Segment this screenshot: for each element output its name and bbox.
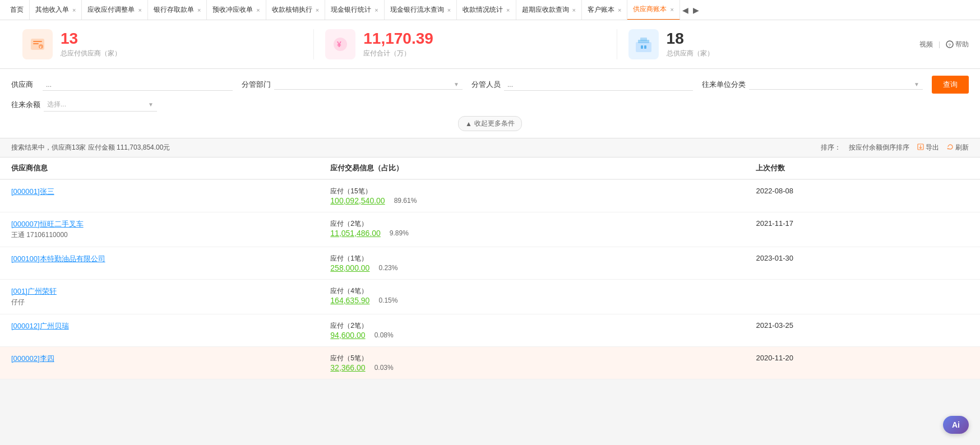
result-summary: 搜索结果中，供应商13家 应付金额 111,703,854.00元 xyxy=(11,143,170,152)
transaction-info-cell: 应付（1笔） 258,000.00 0.23% xyxy=(330,254,756,272)
filter-row-1: 供应商 分管部门 ▼ 分管人员 往来单位分类 ▼ 查询 xyxy=(11,76,969,94)
supplier-name-link[interactable]: [001]广州荣轩 xyxy=(11,286,330,296)
tx-percent: 9.89% xyxy=(390,229,409,237)
close-icon[interactable]: × xyxy=(138,7,141,13)
nav-tab-cash-flow[interactable]: 现金银行流水查询 × xyxy=(385,0,457,20)
chevron-up-icon: ▲ xyxy=(465,120,472,128)
supplier-info-cell: [000012]广州贝瑞 xyxy=(11,321,330,331)
table-row: [001]广州荣轩 仔仔 应付（4笔） 164,635.90 0.15% xyxy=(0,280,980,314)
chevron-down-icon: ▼ xyxy=(148,101,154,108)
supplier-name-link[interactable]: [000100]本特勤油品有限公司 xyxy=(11,254,330,264)
close-icon[interactable]: × xyxy=(447,7,451,13)
summary-bar: ¥ 13 总应付供应商（家） ¥ 11,170.39 应付合计（万） xyxy=(0,20,980,69)
category-label: 往来单位分类 xyxy=(702,80,746,90)
transaction-info-cell: 应付（2笔） 94,600.00 0.08% xyxy=(330,321,756,340)
nav-tab-bank[interactable]: 银行存取款单 × xyxy=(148,0,207,20)
tx-amount-link[interactable]: 164,635.90 xyxy=(330,296,369,305)
close-icon[interactable]: × xyxy=(256,7,260,13)
tx-percent: 0.23% xyxy=(378,264,397,272)
nav-tab-collection[interactable]: 收款核销执行 × xyxy=(266,0,325,20)
supplier-info-cell: [001]广州荣轩 仔仔 xyxy=(11,286,330,307)
tx-amount-link[interactable]: 258,000.00 xyxy=(330,263,369,272)
chevron-down-icon: ▼ xyxy=(914,81,919,87)
supplier-info-cell: [000007]恒旺二手叉车 王通 17106110000 xyxy=(11,219,330,240)
filter-supplier: 供应商 xyxy=(11,79,233,91)
video-link[interactable]: 视频 xyxy=(919,40,933,49)
category-select[interactable]: ▼ xyxy=(749,80,923,90)
header-transaction: 应付交易信息（占比） xyxy=(330,163,756,173)
nav-tab-label: 预收冲应收单 xyxy=(212,5,253,15)
close-icon[interactable]: × xyxy=(72,7,76,13)
nav-tab-cash-stats[interactable]: 现金银行统计 × xyxy=(325,0,384,20)
nav-tab-label: 超期应收款查询 xyxy=(522,5,569,15)
tx-label: 应付（5笔） xyxy=(330,354,756,363)
supplier-name-link[interactable]: [000007]恒旺二手叉车 xyxy=(11,219,330,229)
nav-tab-home[interactable]: 首页 xyxy=(4,0,30,20)
summary-card-payable-suppliers: ¥ 13 总应付供应商（家） xyxy=(11,29,314,59)
nav-tab-overdue[interactable]: 超期应收款查询 × xyxy=(516,0,582,20)
nav-tab-customer-ledger[interactable]: 客户账本 × xyxy=(582,0,627,20)
tx-label: 应付（1笔） xyxy=(330,254,756,263)
summary-card-payable-total: ¥ 11,170.39 应付合计（万） xyxy=(314,29,617,59)
nav-tab-label: 客户账本 xyxy=(588,5,614,15)
tx-percent: 0.08% xyxy=(375,331,394,339)
nav-prev-arrow[interactable]: ◀ xyxy=(680,6,691,15)
transaction-info-cell: 应付（4笔） 164,635.90 0.15% xyxy=(330,286,756,305)
refresh-button[interactable]: 刷新 xyxy=(947,143,969,152)
link-separator: | xyxy=(939,40,940,48)
nav-tab-label: 供应商账本 xyxy=(633,4,667,14)
transaction-info-cell: 应付（2笔） 11,051,486.00 9.89% xyxy=(330,219,756,238)
chevron-down-icon: ▼ xyxy=(454,81,459,87)
tx-amount-link[interactable]: 11,051,486.00 xyxy=(330,229,381,238)
close-icon[interactable]: × xyxy=(375,7,378,13)
nav-tab-label: 收款核销执行 xyxy=(272,5,312,15)
payable-total-text: 11,170.39 应付合计（万） xyxy=(363,30,433,58)
payable-total-label: 应付合计（万） xyxy=(363,49,433,58)
nav-tab-supplier-ledger[interactable]: 供应商账本 × xyxy=(627,0,679,20)
nav-tab-label: 现金银行统计 xyxy=(331,5,371,15)
balance-select[interactable]: 选择... ▼ xyxy=(44,98,157,112)
svg-rect-10 xyxy=(641,45,643,49)
filter-balance: 往来余额 选择... ▼ xyxy=(11,98,157,112)
svg-rect-7 xyxy=(636,42,651,52)
supplier-name-link[interactable]: [000002]李四 xyxy=(11,354,330,364)
last-pay-cell: 2021-11-17 xyxy=(756,219,969,228)
nav-tab-collection-stats[interactable]: 收款情况统计 × xyxy=(457,0,516,20)
tx-amount-link[interactable]: 32,366.00 xyxy=(330,363,365,372)
person-input[interactable] xyxy=(504,79,693,91)
search-button[interactable]: 查询 xyxy=(932,76,969,94)
nav-tab-other-income[interactable]: 其他收入单 × xyxy=(30,0,82,20)
export-button[interactable]: 导出 xyxy=(917,143,939,152)
supplier-input[interactable] xyxy=(43,79,233,91)
tx-amount-link[interactable]: 100,092,540.00 xyxy=(330,196,385,205)
payable-suppliers-label: 总应付供应商（家） xyxy=(61,49,121,58)
filter-category: 往来单位分类 ▼ xyxy=(702,80,923,90)
table-body: [000001]张三 应付（15笔） 100,092,540.00 89.61%… xyxy=(0,180,980,379)
header-lastpay: 上次付数 xyxy=(756,163,969,173)
close-icon[interactable]: × xyxy=(506,7,510,13)
supplier-info-cell: [000100]本特勤油品有限公司 xyxy=(11,254,330,264)
svg-text:?: ? xyxy=(949,43,951,48)
close-icon[interactable]: × xyxy=(197,7,201,13)
nav-tab-adjustment[interactable]: 应收应付调整单 × xyxy=(82,0,147,20)
collapse-button[interactable]: ▲ 收起更多条件 xyxy=(458,116,522,131)
supplier-name-link[interactable]: [000012]广州贝瑞 xyxy=(11,321,330,331)
close-icon[interactable]: × xyxy=(572,7,576,13)
supplier-sub-info: 仔仔 xyxy=(11,298,330,307)
filter-row-2: 往来余额 选择... ▼ xyxy=(11,98,969,112)
person-label: 分管人员 xyxy=(471,80,501,90)
nav-tab-label: 收款情况统计 xyxy=(463,5,503,15)
close-icon[interactable]: × xyxy=(316,7,319,13)
filter-bar: 供应商 分管部门 ▼ 分管人员 往来单位分类 ▼ 查询 往来余额 选择... ▼ xyxy=(0,69,980,138)
help-link[interactable]: ? 帮助 xyxy=(946,40,969,49)
sort-value[interactable]: 按应付余额倒序排序 xyxy=(849,143,909,152)
supplier-name-link[interactable]: [000001]张三 xyxy=(11,187,330,197)
filter-person: 分管人员 xyxy=(471,79,693,91)
close-icon[interactable]: × xyxy=(618,7,621,13)
nav-tab-prepay[interactable]: 预收冲应收单 × xyxy=(207,0,266,20)
tx-amount-link[interactable]: 94,600.00 xyxy=(330,331,365,340)
nav-next-arrow[interactable]: ▶ xyxy=(691,6,701,15)
svg-rect-1 xyxy=(33,41,42,42)
dept-select[interactable]: ▼ xyxy=(274,80,463,90)
close-icon[interactable]: × xyxy=(670,6,673,13)
